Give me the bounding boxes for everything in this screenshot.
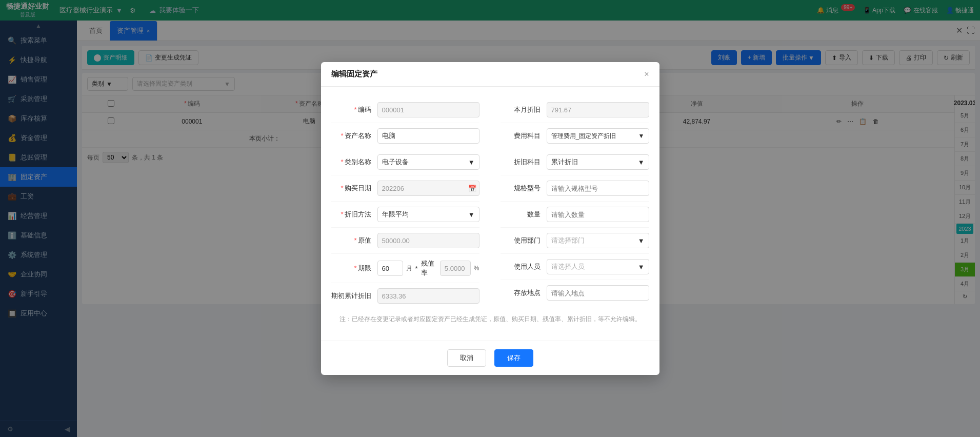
depr-subject-label: 折旧科目 bbox=[501, 157, 547, 167]
dept-select-wrap: 请选择部门 ▼ bbox=[547, 233, 649, 248]
main-area: ▲ 🔍 搜索菜单 ⚡ 快捷导航 📈 销售管理 🛒 采购管理 📦 库存核算 bbox=[0, 21, 980, 437]
form-row-code: *编码 bbox=[331, 97, 479, 123]
original-value-input[interactable] bbox=[377, 233, 479, 248]
form-row-depr-method: *折旧方法 年限平均 ▼ bbox=[331, 202, 479, 228]
personnel-chevron-icon: ▼ bbox=[638, 263, 645, 271]
period-inline: 月 * 残值率 % bbox=[377, 259, 479, 277]
depr-method-select[interactable]: 年限平均 ▼ bbox=[377, 207, 479, 222]
form-row-quantity: 数量 bbox=[501, 202, 649, 228]
page-content: 资产明细 📄 变更生成凭证 刘账 + 新增 批量 bbox=[77, 41, 980, 437]
spec-model-input-wrap bbox=[547, 181, 649, 196]
modal-body: *编码 *资产名称 bbox=[321, 87, 659, 341]
modal-note: 注：已经存在变更记录或者对应固定资产已经生成凭证，原值、购买日期、残值率、累计折… bbox=[331, 309, 649, 330]
dept-select[interactable]: 请选择部门 ▼ bbox=[547, 233, 649, 248]
initial-accum-depr-label: 期初累计折旧 bbox=[331, 291, 377, 301]
form-row-purchase-date: *购买日期 📅 bbox=[331, 175, 479, 202]
form-row-expense-subject: 费用科目 管理费用_固定资产折旧 ▼ bbox=[501, 123, 649, 149]
original-value-label: *原值 bbox=[331, 236, 377, 245]
content-area: 首页 资产管理 × ✕ ⛶ 资产明细 bbox=[77, 21, 980, 437]
asset-name-input-wrap bbox=[377, 128, 479, 144]
monthly-depr-input[interactable] bbox=[547, 102, 649, 117]
residual-rate-input[interactable] bbox=[440, 261, 471, 276]
form-row-dept: 使用部门 请选择部门 ▼ bbox=[501, 228, 649, 254]
form-row-spec-model: 规格型号 bbox=[501, 175, 649, 202]
personnel-label: 使用人员 bbox=[501, 262, 547, 271]
location-input-wrap bbox=[547, 285, 649, 301]
form-row-personnel: 使用人员 请选择人员 ▼ bbox=[501, 254, 649, 280]
purchase-date-label: *购买日期 bbox=[331, 184, 377, 193]
location-input[interactable] bbox=[547, 285, 649, 301]
code-input-wrap bbox=[377, 102, 479, 117]
expense-subject-chevron-icon: ▼ bbox=[638, 132, 645, 140]
depr-method-chevron-icon: ▼ bbox=[468, 211, 475, 218]
modal-close-btn[interactable]: × bbox=[644, 70, 649, 79]
quantity-input[interactable] bbox=[547, 207, 649, 222]
dept-label: 使用部门 bbox=[501, 236, 547, 245]
form-row-original-value: *原值 bbox=[331, 228, 479, 254]
category-select-wrap: 电子设备 ▼ bbox=[377, 154, 479, 170]
residual-rate-unit: % bbox=[474, 265, 479, 272]
depr-method-label: *折旧方法 bbox=[331, 210, 377, 219]
modal-footer: 取消 保存 bbox=[321, 341, 659, 375]
form-grid: *编码 *资产名称 bbox=[331, 97, 649, 309]
modal-header: 编辑固定资产 × bbox=[321, 62, 659, 87]
personnel-select-wrap: 请选择人员 ▼ bbox=[547, 259, 649, 274]
edit-asset-modal: 编辑固定资产 × *编码 bbox=[321, 62, 659, 375]
cancel-button[interactable]: 取消 bbox=[447, 349, 486, 367]
location-label: 存放地点 bbox=[501, 288, 547, 297]
expense-subject-select-wrap: 管理费用_固定资产折旧 ▼ bbox=[547, 128, 649, 144]
form-row-asset-name: *资产名称 bbox=[331, 123, 479, 149]
period-label: *期限 bbox=[331, 264, 377, 273]
modal-overlay: 编辑固定资产 × *编码 bbox=[77, 41, 980, 437]
form-row-category: *类别名称 电子设备 ▼ bbox=[331, 149, 479, 175]
monthly-depr-input-wrap bbox=[547, 102, 649, 117]
initial-accum-depr-input[interactable] bbox=[377, 288, 479, 304]
spec-model-input[interactable] bbox=[547, 181, 649, 196]
spec-model-label: 规格型号 bbox=[501, 184, 547, 193]
category-chevron-icon: ▼ bbox=[468, 158, 475, 166]
category-name-label: *类别名称 bbox=[331, 157, 377, 167]
modal-title: 编辑固定资产 bbox=[331, 69, 377, 79]
form-row-period: *期限 月 * 残值率 % bbox=[331, 254, 479, 283]
personnel-select[interactable]: 请选择人员 ▼ bbox=[547, 259, 649, 274]
depr-subject-select[interactable]: 累计折旧 ▼ bbox=[547, 154, 649, 170]
depr-method-select-wrap: 年限平均 ▼ bbox=[377, 207, 479, 222]
form-col-right: 本月折旧 费用科目 bbox=[490, 97, 649, 309]
form-row-location: 存放地点 bbox=[501, 280, 649, 306]
depr-subject-select-wrap: 累计折旧 ▼ bbox=[547, 154, 649, 170]
purchase-date-input-wrap: 📅 bbox=[377, 181, 479, 196]
period-unit: 月 bbox=[406, 264, 412, 273]
initial-accum-depr-input-wrap bbox=[377, 288, 479, 304]
form-col-left: *编码 *资产名称 bbox=[331, 97, 490, 309]
period-input[interactable] bbox=[377, 261, 403, 276]
asset-name-input[interactable] bbox=[377, 128, 479, 144]
save-button[interactable]: 保存 bbox=[494, 349, 533, 367]
category-select[interactable]: 电子设备 ▼ bbox=[377, 154, 479, 170]
code-input[interactable] bbox=[377, 102, 479, 117]
quantity-label: 数量 bbox=[501, 210, 547, 219]
expense-subject-label: 费用科目 bbox=[501, 131, 547, 141]
expense-subject-select[interactable]: 管理费用_固定资产折旧 ▼ bbox=[547, 128, 649, 144]
depr-subject-chevron-icon: ▼ bbox=[638, 158, 645, 166]
form-row-monthly-depr: 本月折旧 bbox=[501, 97, 649, 123]
form-row-initial-accum-depr: 期初累计折旧 bbox=[331, 283, 479, 309]
form-row-depr-subject: 折旧科目 累计折旧 ▼ bbox=[501, 149, 649, 175]
calendar-icon[interactable]: 📅 bbox=[468, 185, 476, 192]
app-container: 畅捷通好业财 普及版 医疗器械行业演示 ▼ ⚙ ☁ 我要体验一下 🔔 消息 99… bbox=[0, 0, 980, 437]
quantity-input-wrap bbox=[547, 207, 649, 222]
residual-rate-label: 残值率 bbox=[421, 259, 437, 277]
dept-chevron-icon: ▼ bbox=[638, 237, 645, 245]
code-label: *编码 bbox=[331, 105, 377, 114]
original-value-input-wrap bbox=[377, 233, 479, 248]
monthly-depr-label: 本月折旧 bbox=[501, 105, 547, 114]
purchase-date-input[interactable] bbox=[377, 181, 479, 196]
asset-name-label: *资产名称 bbox=[331, 131, 377, 141]
